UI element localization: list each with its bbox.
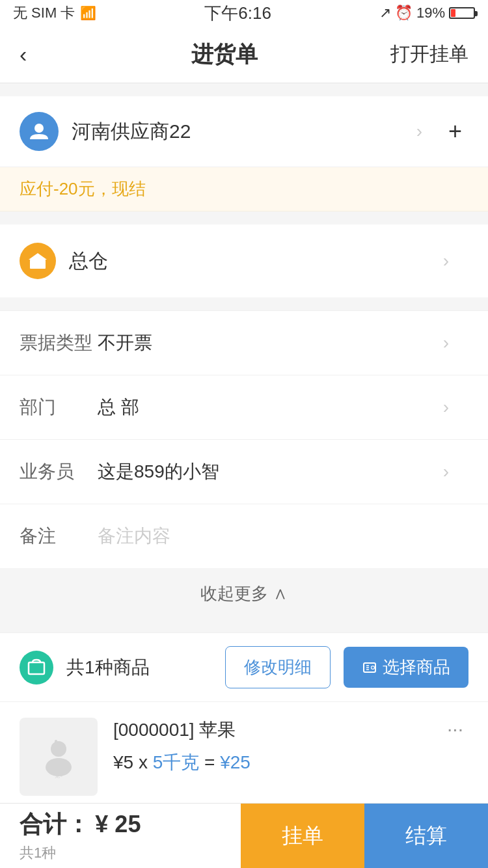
- supplier-notice: 应付-20元，现结: [0, 167, 488, 211]
- bottom-bar: 合计： ¥ 25 共1种 挂单 结算: [0, 803, 488, 868]
- supplier-section: 河南供应商22 › + 应付-20元，现结: [0, 96, 488, 211]
- salesman-label: 业务员: [20, 459, 98, 484]
- department-label: 部门: [20, 395, 98, 420]
- multiply-icon: x: [139, 752, 153, 772]
- total-sub: 共1种: [20, 843, 221, 863]
- back-button[interactable]: ‹: [20, 42, 59, 67]
- section-gap-4: [0, 619, 488, 632]
- product-id: [0000001]: [113, 720, 195, 740]
- ticket-type-value: 不开票: [98, 331, 443, 355]
- status-left: 无 SIM 卡 📶: [13, 3, 96, 23]
- wifi-icon: 📶: [80, 5, 96, 21]
- form-section: 票据类型 不开票 › 部门 总 部 › 业务员 这是859的小智 › 备注 备注…: [0, 310, 488, 568]
- remark-label: 备注: [20, 524, 98, 549]
- edit-detail-button[interactable]: 修改明细: [225, 646, 331, 688]
- svg-marker-2: [29, 253, 47, 260]
- svg-point-0: [34, 124, 44, 133]
- product-more-button[interactable]: ···: [442, 718, 468, 740]
- product-thumbnail: 觉+: [20, 718, 98, 796]
- product-unit-price: ¥5: [113, 752, 133, 772]
- warehouse-row[interactable]: 总仓 ›: [0, 224, 488, 297]
- supplier-name: 河南供应商22: [72, 118, 416, 145]
- ticket-type-label: 票据类型: [20, 331, 98, 355]
- svg-rect-8: [55, 740, 57, 744]
- add-supplier-button[interactable]: +: [442, 118, 468, 145]
- total-label: 合计：: [20, 811, 90, 837]
- total-section: 合计： ¥ 25 共1种: [0, 809, 241, 863]
- salesman-chevron-icon: ›: [443, 461, 449, 482]
- section-gap-2: [0, 211, 488, 224]
- svg-point-6: [51, 741, 66, 757]
- alarm-icon: ⏰: [395, 5, 413, 21]
- supplier-row[interactable]: 河南供应商22 › +: [0, 96, 488, 167]
- warehouse-section: 总仓 ›: [0, 224, 488, 297]
- department-value: 总 部: [98, 395, 443, 420]
- status-right: ↗ ⏰ 19%: [379, 5, 475, 21]
- remark-input[interactable]: 备注内容: [98, 524, 468, 549]
- product-total: ¥25: [220, 752, 251, 772]
- salesman-row[interactable]: 业务员 这是859的小智 ›: [0, 439, 488, 504]
- hang-button[interactable]: 挂单: [241, 804, 364, 869]
- svg-rect-3: [29, 662, 44, 674]
- location-icon: ↗: [379, 5, 391, 21]
- ticket-type-row[interactable]: 票据类型 不开票 ›: [0, 310, 488, 375]
- salesman-value: 这是859的小智: [98, 459, 443, 484]
- products-count: 共1种商品: [66, 655, 212, 680]
- select-product-label: 选择商品: [383, 656, 450, 679]
- supplier-chevron-icon: ›: [416, 121, 422, 142]
- products-icon: [20, 651, 53, 685]
- page-title: 进货单: [59, 40, 390, 70]
- warehouse-chevron-icon: ›: [443, 251, 449, 271]
- collapse-bar[interactable]: 收起更多 ∧: [0, 568, 488, 619]
- svg-text:觉+: 觉+: [55, 773, 63, 779]
- ticket-type-chevron-icon: ›: [443, 332, 449, 353]
- total-value: ¥ 25: [95, 811, 141, 837]
- department-chevron-icon: ›: [443, 397, 449, 418]
- select-product-button[interactable]: 选择商品: [344, 647, 468, 688]
- product-name: [0000001] 苹果: [113, 718, 426, 742]
- status-time: 下午6:16: [204, 2, 271, 25]
- battery-icon: [449, 7, 475, 19]
- section-gap-1: [0, 83, 488, 96]
- total-amount: 合计： ¥ 25: [20, 809, 221, 841]
- status-bar: 无 SIM 卡 📶 下午6:16 ↗ ⏰ 19%: [0, 0, 488, 26]
- products-header: 共1种商品 修改明细 选择商品: [0, 632, 488, 701]
- warehouse-icon: [20, 243, 56, 279]
- supplier-avatar: [20, 112, 59, 151]
- warehouse-name: 总仓: [69, 248, 443, 275]
- equals-icon: =: [204, 752, 220, 772]
- checkout-button[interactable]: 结算: [364, 804, 488, 869]
- department-row[interactable]: 部门 总 部 ›: [0, 375, 488, 439]
- remark-row[interactable]: 备注 备注内容: [0, 504, 488, 568]
- open-hang-button[interactable]: 打开挂单: [390, 41, 468, 68]
- section-gap-3: [0, 297, 488, 310]
- carrier-text: 无 SIM 卡: [13, 3, 75, 23]
- product-item: 觉+ [0000001] 苹果 ¥5 x 5千克 = ¥25 ···: [0, 701, 488, 811]
- product-title: 苹果: [199, 720, 236, 740]
- nav-bar: ‹ 进货单 打开挂单: [0, 26, 488, 83]
- product-qty: 5千克: [153, 752, 200, 772]
- battery-percentage: 19%: [416, 5, 445, 21]
- svg-rect-1: [30, 260, 46, 269]
- product-info: [0000001] 苹果 ¥5 x 5千克 = ¥25: [113, 718, 426, 775]
- product-price: ¥5 x 5千克 = ¥25: [113, 750, 426, 775]
